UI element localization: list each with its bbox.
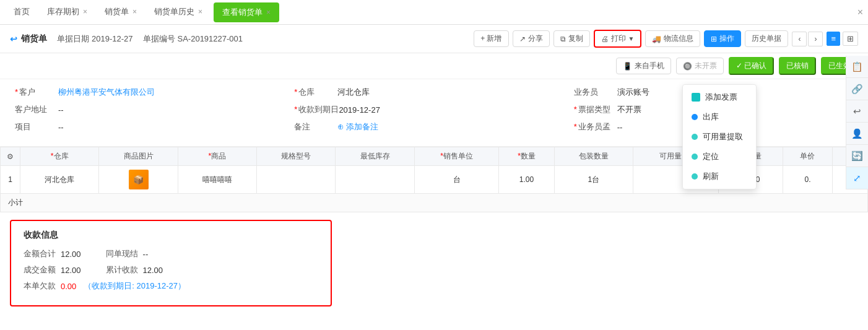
cumulative-label: 累计收款 bbox=[106, 264, 138, 276]
payment-row-3: 本单欠款 0.00 （收款到期日: 2019-12-27） bbox=[24, 280, 318, 292]
row-quantity: 1.00 bbox=[499, 166, 554, 194]
refresh-item[interactable]: 刷新 bbox=[683, 167, 756, 186]
due-date-field: *收款到期日 2019-12-27 bbox=[294, 104, 573, 115]
ticket-type-value: 不开票 bbox=[617, 104, 641, 115]
add-button[interactable]: + 新增 bbox=[474, 30, 508, 47]
toolbar-row: 📱 来自手机 🔘 未开票 ✓ 已确认 已核销 已生效 bbox=[0, 53, 868, 79]
available-qty-icon bbox=[692, 134, 698, 140]
doc-number-label: 单据编号 SA-20191227-001 bbox=[143, 33, 243, 45]
locate-item[interactable]: 定位 bbox=[683, 147, 756, 167]
print-icon: 🖨 bbox=[601, 35, 609, 43]
nav-arrows: ‹ › bbox=[792, 32, 823, 46]
view-toggle: ≡ ⊞ bbox=[827, 32, 858, 46]
same-order-field: 同单现结 -- bbox=[106, 248, 149, 259]
row-sale-unit: 台 bbox=[414, 166, 499, 194]
warehouse-value: 河北仓库 bbox=[337, 87, 370, 98]
subtotal-row: 小计 bbox=[1, 194, 868, 212]
total-field: 金额合计 12.00 bbox=[24, 248, 81, 259]
tab-home[interactable]: 首页 bbox=[5, 0, 38, 25]
copy-button[interactable]: ⧉ 复制 bbox=[553, 30, 590, 47]
row-min-stock bbox=[336, 166, 414, 194]
row-image: 📦 bbox=[99, 166, 178, 194]
cumulative-value: 12.00 bbox=[143, 266, 163, 275]
add-invoice-item[interactable]: 添加发票 bbox=[683, 87, 756, 107]
tab-close-view-sales[interactable]: × bbox=[266, 8, 271, 17]
notes-field: 备注 ⊕ 添加备注 bbox=[294, 121, 573, 132]
history-button[interactable]: 历史单据 bbox=[745, 30, 788, 47]
col-image: 商品图片 bbox=[99, 147, 178, 166]
tab-close-inventory[interactable]: × bbox=[83, 7, 87, 16]
col-min-stock: 最低库存 bbox=[336, 147, 414, 166]
outbound-item[interactable]: 出库 bbox=[683, 107, 756, 127]
next-button[interactable]: › bbox=[808, 32, 823, 46]
transaction-label: 成交金额 bbox=[24, 264, 56, 276]
doc-date-label: 单据日期 2019-12-27 bbox=[57, 33, 133, 45]
tab-sales[interactable]: 销货单 × bbox=[96, 0, 145, 25]
tab-view-sales[interactable]: 查看销货单 × bbox=[214, 2, 279, 22]
subtotal-label: 小计 bbox=[1, 194, 868, 212]
document-actions: + 新增 ↗ 分享 ⧉ 复制 🖨 打印 ▼ 🚚 物流信息 ⊞ 操作 bbox=[474, 30, 858, 48]
row-index: 1 bbox=[1, 166, 20, 194]
ticket-icon: 🔘 bbox=[683, 62, 692, 71]
void-button[interactable]: 已核销 bbox=[779, 57, 816, 75]
customer-value[interactable]: 柳州粤港平安气体有限公司 bbox=[58, 87, 155, 98]
side-icon-5[interactable]: 🔄 bbox=[846, 145, 869, 167]
copy-icon: ⧉ bbox=[560, 35, 566, 43]
share-icon: ↗ bbox=[519, 35, 526, 43]
tab-inventory[interactable]: 库存期初 × bbox=[38, 0, 96, 25]
global-close-button[interactable]: × bbox=[857, 7, 863, 18]
product-thumbnail: 📦 bbox=[129, 170, 149, 189]
not-open-button[interactable]: 🔘 未开票 bbox=[676, 58, 724, 74]
operations-button[interactable]: ⊞ 操作 bbox=[704, 30, 741, 47]
grid-icon: ⊞ bbox=[711, 35, 717, 43]
tab-close-sales-history[interactable]: × bbox=[198, 7, 202, 16]
same-order-label: 同单现结 bbox=[106, 248, 138, 259]
document-type: ↩ 销货单 bbox=[10, 33, 47, 45]
side-icon-expand[interactable]: ⤢ bbox=[846, 167, 869, 189]
payment-title: 收款信息 bbox=[24, 230, 318, 241]
row-spec bbox=[257, 166, 336, 194]
staff-label: 业务员 bbox=[574, 87, 617, 98]
print-button[interactable]: 🖨 打印 ▼ bbox=[594, 30, 642, 48]
address-label: 客户地址 bbox=[15, 104, 58, 115]
col-warehouse: *仓库 bbox=[20, 147, 99, 166]
warehouse-label: *仓库 bbox=[294, 87, 337, 98]
row-unit-price: 0. bbox=[783, 166, 832, 194]
available-qty-item[interactable]: 可用量提取 bbox=[683, 127, 756, 147]
document-header: ↩ 销货单 单据日期 2019-12-27 单据编号 SA-20191227-0… bbox=[0, 25, 868, 53]
ticket-type-label: *票据类型 bbox=[574, 104, 617, 115]
side-icon-3[interactable]: ↩ bbox=[846, 100, 869, 123]
phone-icon: 📱 bbox=[623, 62, 632, 71]
from-phone-button[interactable]: 📱 来自手机 bbox=[616, 58, 671, 74]
prev-button[interactable]: ‹ bbox=[792, 32, 807, 46]
confirmed-button[interactable]: ✓ 已确认 bbox=[729, 57, 774, 75]
add-notes-button[interactable]: ⊕ 添加备注 bbox=[337, 121, 378, 132]
list-view-button[interactable]: ≡ bbox=[827, 32, 840, 46]
staff-value: 演示账号 bbox=[617, 87, 649, 98]
print-dropdown-icon: ▼ bbox=[628, 35, 635, 42]
col-unit-price: 单价 bbox=[783, 147, 832, 166]
total-value: 12.00 bbox=[61, 250, 81, 259]
side-icon-2[interactable]: 🔗 bbox=[846, 78, 869, 100]
notes-label: 备注 bbox=[294, 121, 337, 132]
locate-icon bbox=[692, 154, 698, 160]
payment-row-2: 成交金额 12.00 累计收款 12.00 bbox=[24, 264, 318, 276]
payment-box: 收款信息 金额合计 12.00 同单现结 -- 成交金额 12.00 累计收款 … bbox=[10, 220, 332, 306]
col-settings: ⚙ bbox=[1, 147, 20, 166]
customer-label: *客户 bbox=[15, 87, 58, 98]
side-icon-1[interactable]: 📋 bbox=[846, 56, 869, 78]
logistics-button[interactable]: 🚚 物流信息 bbox=[645, 30, 700, 47]
due-date-label: *收款到期日 bbox=[294, 104, 339, 115]
row-pack-qty: 1台 bbox=[554, 166, 633, 194]
col-quantity: *数量 bbox=[499, 147, 554, 166]
grid-view-button[interactable]: ⊞ bbox=[843, 32, 858, 46]
side-icon-4[interactable]: 👤 bbox=[846, 123, 869, 145]
share-button[interactable]: ↗ 分享 bbox=[513, 30, 550, 47]
col-spec: 规格型号 bbox=[257, 147, 336, 166]
main-content: ↩ 销货单 单据日期 2019-12-27 单据编号 SA-20191227-0… bbox=[0, 25, 868, 330]
operations-dropdown: 添加发票 出库 可用量提取 定位 刷新 bbox=[682, 84, 757, 189]
tab-sales-history[interactable]: 销货单历史 × bbox=[145, 0, 211, 25]
row-warehouse: 河北仓库 bbox=[20, 166, 99, 194]
row-product: 嘻嘻嘻嘻 bbox=[178, 166, 256, 194]
tab-close-sales[interactable]: × bbox=[132, 7, 137, 16]
